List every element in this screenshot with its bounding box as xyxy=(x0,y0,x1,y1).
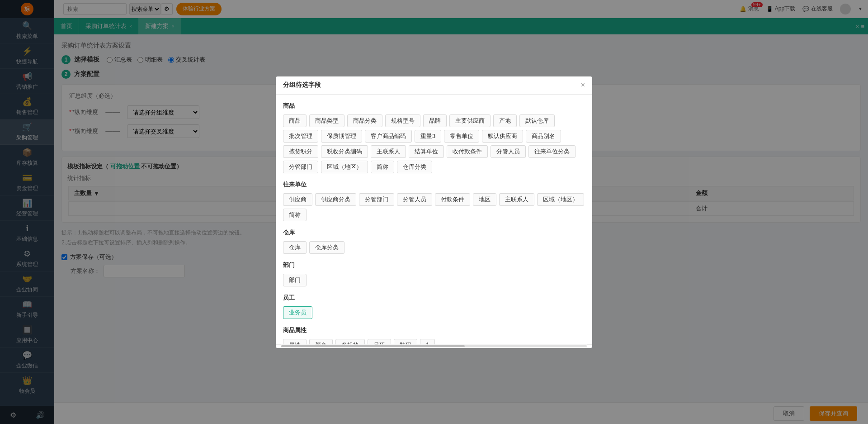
field-tag[interactable]: 仓库 xyxy=(283,241,307,254)
field-tag[interactable]: 仓库分类 xyxy=(309,241,344,254)
field-tag[interactable]: 地区 xyxy=(473,193,496,206)
field-tag[interactable]: 属性 xyxy=(283,339,307,344)
field-tag[interactable]: 批次管理 xyxy=(283,130,318,143)
field-tag[interactable]: 收付款条件 xyxy=(447,145,488,158)
field-tag[interactable]: 简称 xyxy=(283,209,307,221)
field-tag[interactable]: 结算单位 xyxy=(409,145,444,158)
field-tag[interactable]: 尺码 xyxy=(368,339,391,344)
field-tag[interactable]: 付款条件 xyxy=(435,193,470,206)
field-tag[interactable]: 供应商分类 xyxy=(315,193,356,206)
section-employee: 员工 业务员 xyxy=(283,294,585,319)
field-tag[interactable]: 主要供应商 xyxy=(449,114,491,127)
section-department: 部门 部门 xyxy=(283,261,585,286)
modal-scrollbar-horizontal[interactable] xyxy=(281,344,587,348)
field-tag[interactable]: 区域（地区） xyxy=(537,193,584,206)
field-tag[interactable]: 分管部门 xyxy=(359,193,394,206)
section-warehouse-title: 仓库 xyxy=(283,229,585,237)
section-employee-title: 员工 xyxy=(283,294,585,302)
modal-overlay: 分组待选字段 × 商品 商品 商品类型 商品分类 规格型号 品牌 主要供应商 产… xyxy=(0,0,868,424)
field-tag[interactable]: 产地 xyxy=(493,114,517,127)
modal-footer xyxy=(276,344,592,348)
field-tag[interactable]: 部门 xyxy=(283,274,307,286)
field-tag[interactable]: 零售单位 xyxy=(444,130,479,143)
section-product-tags: 商品 商品类型 商品分类 规格型号 品牌 主要供应商 产地 默认仓库 批次管理 … xyxy=(283,114,585,173)
field-tag[interactable]: 区域（地区） xyxy=(321,161,368,173)
section-product-attr: 商品属性 属性 颜色 多规格 尺码 鞋码 1 xyxy=(283,326,585,344)
field-tag[interactable]: 颜色 xyxy=(309,339,333,344)
section-product-attr-tags: 属性 颜色 多规格 尺码 鞋码 1 xyxy=(283,339,585,344)
section-employee-tags: 业务员 xyxy=(283,306,585,319)
field-tag[interactable]: 默认仓库 xyxy=(519,114,555,127)
field-tag[interactable]: 供应商 xyxy=(283,193,312,206)
field-tag[interactable]: 往来单位分类 xyxy=(528,145,576,158)
field-tag[interactable]: 商品别名 xyxy=(526,130,561,143)
field-tag-staff[interactable]: 业务员 xyxy=(283,306,312,319)
scrollbar-thumb xyxy=(281,345,465,347)
modal-close-button[interactable]: × xyxy=(581,81,585,89)
field-tag[interactable]: 拣货积分 xyxy=(283,145,318,158)
field-tag[interactable]: 税收分类编码 xyxy=(321,145,368,158)
field-tag[interactable]: 商品类型 xyxy=(309,114,344,127)
field-tag[interactable]: 重量3 xyxy=(415,130,441,143)
field-tag[interactable]: 主联系人 xyxy=(371,145,406,158)
section-department-title: 部门 xyxy=(283,261,585,269)
field-tag[interactable]: 默认供应商 xyxy=(482,130,523,143)
field-tag[interactable]: 分管人员 xyxy=(397,193,432,206)
section-warehouse: 仓库 仓库 仓库分类 xyxy=(283,229,585,254)
section-product-title: 商品 xyxy=(283,102,585,110)
field-tag[interactable]: 分管部门 xyxy=(283,161,318,173)
field-tag[interactable]: 简称 xyxy=(371,161,394,173)
field-tag[interactable]: 分管人员 xyxy=(491,145,526,158)
field-tag[interactable]: 多规格 xyxy=(335,339,365,344)
field-tag[interactable]: 保质期管理 xyxy=(321,130,362,143)
section-product-attr-title: 商品属性 xyxy=(283,326,585,334)
field-tag[interactable]: 商品 xyxy=(283,114,307,127)
section-warehouse-tags: 仓库 仓库分类 xyxy=(283,241,585,254)
section-partner-title: 往来单位 xyxy=(283,181,585,189)
modal-title: 分组待选字段 xyxy=(283,81,321,89)
scrollbar-track xyxy=(281,345,587,347)
section-department-tags: 部门 xyxy=(283,274,585,286)
field-tag[interactable]: 客户商品编码 xyxy=(365,130,412,143)
section-partner-tags: 供应商 供应商分类 分管部门 分管人员 付款条件 地区 主联系人 区域（地区） … xyxy=(283,193,585,221)
field-tag[interactable]: 鞋码 xyxy=(394,339,417,344)
modal-body[interactable]: 商品 商品 商品类型 商品分类 规格型号 品牌 主要供应商 产地 默认仓库 批次… xyxy=(276,95,592,344)
field-tag[interactable]: 规格型号 xyxy=(385,114,420,127)
section-partner: 往来单位 供应商 供应商分类 分管部门 分管人员 付款条件 地区 主联系人 区域… xyxy=(283,181,585,221)
field-tag[interactable]: 主联系人 xyxy=(499,193,534,206)
section-product: 商品 商品 商品类型 商品分类 规格型号 品牌 主要供应商 产地 默认仓库 批次… xyxy=(283,102,585,173)
field-tag[interactable]: 仓库分类 xyxy=(397,161,432,173)
field-select-modal: 分组待选字段 × 商品 商品 商品类型 商品分类 规格型号 品牌 主要供应商 产… xyxy=(276,76,592,348)
field-tag[interactable]: 商品分类 xyxy=(347,114,382,127)
field-tag[interactable]: 1 xyxy=(420,339,435,344)
modal-header: 分组待选字段 × xyxy=(276,76,592,95)
field-tag[interactable]: 品牌 xyxy=(423,114,447,127)
